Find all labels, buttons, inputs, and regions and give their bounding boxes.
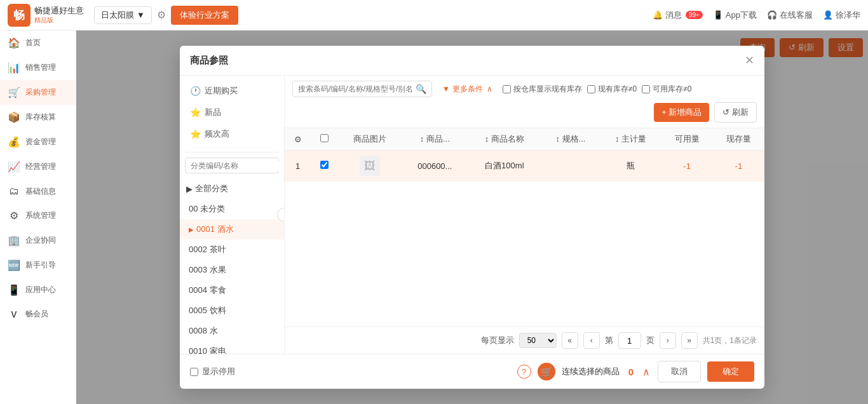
purchase-icon: 🛒 [8,86,20,98]
sidebar-item-system[interactable]: ⚙ 系统管理 [0,203,76,228]
member-icon: V [8,309,20,320]
navbar-right: 🔔 消息 99+ 📱 App下载 🎧 在线客服 👤 徐泽华 [653,10,860,21]
tab-recent-purchase[interactable]: 🕐 近期购买 [184,81,280,101]
notifications[interactable]: 🔔 消息 99+ [653,10,703,21]
sidebar-item-label: 采购管理 [25,87,56,98]
online-service[interactable]: 🎧 在线客服 [767,10,813,21]
user-avatar[interactable]: 👤 徐泽华 [823,10,860,21]
col-name[interactable]: ↕ 商品名称 [468,128,541,151]
sidebar-item-apps[interactable]: 📱 应用中心 [0,278,76,302]
category-item-2[interactable]: 0002 茶叶 [180,239,284,260]
new-icon: ⭐ [190,107,201,118]
prev-page-btn[interactable]: ‹ [583,332,600,349]
collapse-arrow-icon[interactable]: ∧ [642,366,650,378]
category-item-7[interactable]: 0010 家电 [180,341,284,354]
finance-icon: 💰 [8,136,20,148]
main-layout: 🏠 首页 📊 销售管理 🛒 采购管理 📦 库存核算 💰 资金管理 📈 经营管理 … [0,30,868,404]
category-search-input[interactable] [191,161,285,170]
col-spec[interactable]: ↕ 规格... [541,128,600,151]
modal-right-panel: 🔍 ▼ 更多条件 ∧ 按仓库显示现有库存 [285,76,764,354]
sidebar-item-label: 资金管理 [25,137,56,147]
sidebar-item-label: 系统管理 [25,210,56,221]
sidebar-item-home[interactable]: 🏠 首页 [0,30,76,55]
cell-name: 白酒100ml [468,151,541,182]
sidebar-item-label: 经营管理 [25,161,56,172]
sidebar-item-purchase[interactable]: 🛒 采购管理 [0,80,76,105]
cart-icon[interactable]: 🛒 [538,363,555,380]
product-search-input[interactable] [298,84,416,93]
modal-header: 商品参照 ✕ [180,46,764,76]
confirm-button[interactable]: 确定 [707,361,754,382]
sidebar-item-operation[interactable]: 📈 经营管理 [0,154,76,179]
checkbox-current-inv[interactable]: 现有库存≠0 [587,84,637,95]
system-icon: ⚙ [8,210,20,222]
sidebar-item-guide[interactable]: 🆕 新手引导 [0,253,76,278]
category-item-all[interactable]: ▶ 全部分类 [180,178,284,199]
sidebar-item-member[interactable]: V 畅会员 [0,302,76,326]
modal-title: 商品参照 [190,55,228,67]
table-row[interactable]: 1 🖼 000600... 白酒100ml 瓶 [285,151,764,182]
inventory-icon: 📦 [8,111,20,123]
logo-icon: 畅 [8,4,31,27]
next-page-btn[interactable]: › [660,332,676,349]
footer-center: ? 🛒 连续选择的商品 0 ∧ [517,363,650,380]
company-selector[interactable]: 日太阳膜 ▼ [94,6,152,24]
selected-count: 0 [628,367,634,377]
col-settings[interactable]: ⚙ [285,128,311,151]
operation-icon: 📈 [8,161,20,173]
sidebar-item-finance[interactable]: 💰 资金管理 [0,130,76,154]
help-icon[interactable]: ? [517,365,531,379]
settings-icon[interactable]: ⚙ [157,9,166,21]
modal-close-button[interactable]: ✕ [745,53,754,67]
col-checkbox[interactable] [311,128,338,151]
guide-icon: 🆕 [8,259,20,271]
show-disabled-label[interactable]: 显示停用 [190,366,235,377]
home-icon: 🏠 [8,37,20,49]
tab-high-frequency[interactable]: ⭐ 频次高 [184,124,280,144]
sidebar-item-label: 应用中心 [25,285,56,295]
col-code[interactable]: ↕ 商品... [402,128,468,151]
category-list: ▶ 全部分类 00 未分类 ▶ 0001 酒水 0002 茶叶 0003 水果 … [180,176,284,354]
sidebar-item-inventory[interactable]: 📦 库存核算 [0,105,76,130]
apps-icon: 📱 [8,284,20,296]
tab-label: 频次高 [205,128,229,140]
category-item-6[interactable]: 0008 水 [180,321,284,341]
divider [185,152,279,152]
sidebar-item-basic[interactable]: 🗂 基础信息 [0,179,76,203]
exp-button[interactable]: 体验行业方案 [171,6,238,25]
checkbox-available-inv[interactable]: 可用库存≠0 [642,84,691,95]
refresh-btn[interactable]: ↺ 刷新 [714,102,757,123]
sidebar-item-enterprise[interactable]: 🏢 企业协同 [0,228,76,253]
category-item-3[interactable]: 0003 水果 [180,260,284,280]
page-size-select[interactable]: 10 20 50 100 [519,333,557,348]
avatar-icon: 👤 [823,10,833,20]
category-item-4[interactable]: 0004 零食 [180,280,284,300]
sidebar-item-sales[interactable]: 📊 销售管理 [0,55,76,80]
cell-image: 🖼 [338,151,402,182]
add-product-btn[interactable]: + 新增商品 [654,103,709,122]
enterprise-icon: 🏢 [8,234,20,246]
tab-new-products[interactable]: ⭐ 新品 [184,102,280,123]
show-disabled-checkbox[interactable] [190,368,198,376]
sidebar: 🏠 首页 📊 销售管理 🛒 采购管理 📦 库存核算 💰 资金管理 📈 经营管理 … [0,30,76,404]
cancel-button[interactable]: 取消 [658,361,701,382]
last-page-btn[interactable]: » [681,332,698,349]
cell-available: -1 [661,151,713,182]
cat-arrow-icon: ▶ [189,226,194,233]
category-item-5[interactable]: 0005 饮料 [180,300,284,321]
category-item-1[interactable]: ▶ 0001 酒水 [180,219,284,239]
recent-icon: 🕐 [190,86,201,96]
tab-label: 近期购买 [205,85,238,97]
col-unit[interactable]: ↕ 主计量 [600,128,661,151]
checkbox-by-warehouse[interactable]: 按仓库显示现有库存 [503,84,582,95]
category-item-0[interactable]: 00 未分类 [180,199,284,219]
content-area: 查询 ↺ 刷新 设置 商品参照 ✕ 🕐 [76,30,868,404]
page-number-input[interactable] [618,332,641,349]
app-download[interactable]: 📱 App下载 [713,10,757,21]
basic-icon: 🗂 [8,185,20,197]
cell-index: 1 [285,151,311,182]
filter-more-btn[interactable]: ▼ 更多条件 ∧ [437,81,498,97]
cell-checkbox[interactable] [311,151,338,182]
first-page-btn[interactable]: « [562,332,578,349]
product-search-icon[interactable]: 🔍 [416,84,426,94]
